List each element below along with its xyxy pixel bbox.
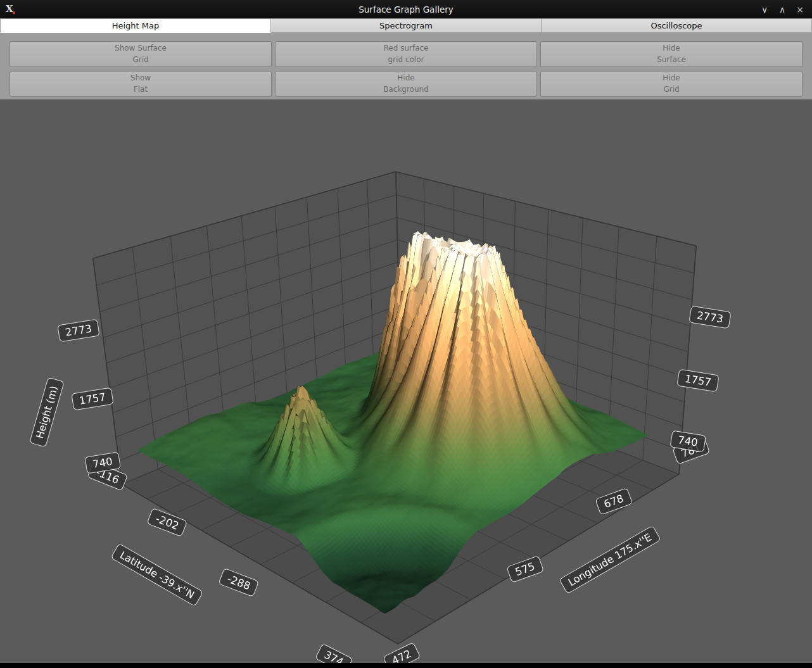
button-label: Hide bbox=[663, 73, 680, 84]
button-label: Show Surface bbox=[115, 43, 167, 54]
show-surface-grid-button[interactable]: Show Surface Grid bbox=[10, 41, 272, 67]
window-close-button[interactable]: × bbox=[793, 3, 807, 16]
hide-surface-button[interactable]: Hide Surface bbox=[540, 41, 802, 67]
tab-bar: Height Map Spectrogram Oscilloscope bbox=[0, 18, 812, 33]
hide-background-button[interactable]: Hide Background bbox=[275, 71, 537, 97]
unshade-icon: ∧ bbox=[779, 4, 785, 15]
surface-3d-view[interactable] bbox=[0, 99, 812, 663]
hide-grid-button[interactable]: Hide Grid bbox=[540, 71, 802, 97]
app-icon: X bbox=[6, 4, 13, 14]
button-label: Hide bbox=[397, 73, 414, 84]
show-flat-button[interactable]: Show Flat bbox=[10, 71, 272, 97]
tab-height-map[interactable]: Height Map bbox=[0, 18, 271, 33]
close-icon: × bbox=[796, 4, 804, 15]
button-label: Flat bbox=[134, 84, 148, 95]
surface-grid-color-button[interactable]: Red surface grid color bbox=[275, 41, 537, 67]
window-unshade-button[interactable]: ∧ bbox=[775, 3, 789, 16]
button-label: Grid bbox=[132, 54, 148, 65]
button-label: Show bbox=[130, 73, 151, 84]
bottom-screen-edge bbox=[0, 663, 812, 668]
plot-area: 27731757740Height (m)-116277317577407816… bbox=[0, 99, 812, 663]
controls-panel: Show Surface Grid Red surface grid color… bbox=[0, 33, 812, 99]
button-label: Surface bbox=[657, 54, 686, 65]
application-window: { "window": { "title": "Surface Graph Ga… bbox=[0, 0, 812, 668]
shade-icon: ∨ bbox=[761, 4, 768, 15]
button-label: Red surface bbox=[384, 43, 429, 54]
tab-spectrogram[interactable]: Spectrogram bbox=[271, 18, 542, 33]
titlebar: X Surface Graph Gallery ∨ ∧ × bbox=[0, 0, 812, 18]
button-label: Grid bbox=[663, 84, 679, 95]
window-shade-button[interactable]: ∨ bbox=[758, 3, 771, 16]
button-label: Background bbox=[383, 84, 429, 95]
tab-oscilloscope[interactable]: Oscilloscope bbox=[542, 18, 812, 33]
button-label: Hide bbox=[663, 43, 680, 54]
button-label: grid color bbox=[388, 54, 424, 65]
window-title: Surface Graph Gallery bbox=[0, 4, 812, 15]
window-controls: ∨ ∧ × bbox=[758, 3, 812, 16]
